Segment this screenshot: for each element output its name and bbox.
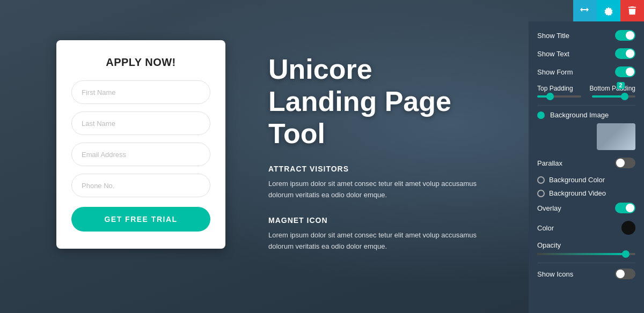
bg-color-radio[interactable] (537, 176, 545, 184)
toolbar-settings-button[interactable] (597, 0, 620, 21)
show-title-toggle[interactable] (615, 30, 635, 41)
last-name-input[interactable] (71, 111, 210, 135)
show-text-toggle[interactable] (615, 48, 635, 59)
top-padding-label: Top Padding (537, 85, 573, 92)
form-card: APPLY NOW! GET FREE TRIAL (56, 40, 225, 249)
overlay-toggle[interactable] (615, 203, 635, 213)
submit-button[interactable]: GET FREE TRIAL (71, 207, 210, 232)
divider2 (537, 263, 635, 263)
bg-thumbnail[interactable] (597, 123, 635, 150)
show-form-toggle[interactable] (615, 66, 635, 77)
overlay-label: Overlay (537, 204, 561, 212)
bg-video-row: Background Video (537, 189, 635, 197)
parallax-row: Parallax (537, 158, 635, 168)
bg-image-section: Background Image (537, 111, 635, 150)
phone-input[interactable] (71, 174, 210, 197)
top-toolbar (573, 0, 644, 21)
show-form-label: Show Form (537, 68, 573, 76)
show-icons-toggle[interactable] (615, 269, 635, 279)
show-icons-row: Show Icons (537, 269, 635, 279)
parallax-label: Parallax (537, 159, 562, 167)
bottom-padding-label: Bottom Padding (590, 85, 635, 92)
email-input[interactable] (71, 143, 210, 166)
right-panel: Show Title Show Text Show Form Top Paddi… (529, 21, 644, 313)
show-text-label: Show Text (537, 50, 569, 58)
bottom-padding-track[interactable]: 2 (592, 95, 636, 98)
color-swatch[interactable] (621, 221, 635, 235)
divider1 (537, 105, 635, 106)
toolbar-delete-button[interactable] (620, 0, 644, 21)
opacity-label: Opacity (537, 241, 561, 249)
show-title-row: Show Title (537, 30, 635, 41)
padding-slider-row: 2 (537, 95, 635, 98)
color-label: Color (537, 224, 554, 232)
bg-video-label: Background Video (549, 189, 606, 197)
first-name-input[interactable] (71, 80, 210, 104)
section1-text: Lorem ipsum dolor sit amet consec tetur … (268, 178, 494, 201)
toolbar-swap-button[interactable] (573, 0, 597, 21)
section2-text: Lorem ipsum dolor sit amet consec tetur … (268, 230, 494, 252)
section2-title: MAGNET ICON (268, 216, 494, 225)
bg-video-radio[interactable] (537, 190, 545, 197)
hero-title: UnicoreLanding Page Tool (268, 54, 494, 150)
bg-color-label: Background Color (549, 176, 605, 184)
bg-color-row: Background Color (537, 176, 635, 184)
form-title: APPLY NOW! (71, 56, 210, 69)
opacity-section: Opacity (537, 240, 635, 255)
section1-title: ATTRACT VISITORS (268, 165, 494, 173)
bg-image-label: Background Image (550, 111, 609, 119)
show-text-row: Show Text (537, 48, 635, 59)
top-padding-track[interactable] (537, 95, 581, 98)
show-title-label: Show Title (537, 32, 569, 40)
bg-image-radio[interactable] (537, 111, 545, 119)
hero-content: UnicoreLanding Page Tool ATTRACT VISITOR… (268, 54, 494, 267)
color-row: Color (537, 221, 635, 235)
parallax-toggle[interactable] (615, 158, 635, 168)
slider-badge: 2 (617, 82, 625, 89)
show-icons-label: Show Icons (537, 270, 573, 278)
show-form-row: Show Form (537, 66, 635, 77)
padding-section: Top Padding Bottom Padding 2 (537, 85, 635, 98)
opacity-track[interactable] (537, 253, 635, 255)
overlay-row: Overlay (537, 203, 635, 213)
